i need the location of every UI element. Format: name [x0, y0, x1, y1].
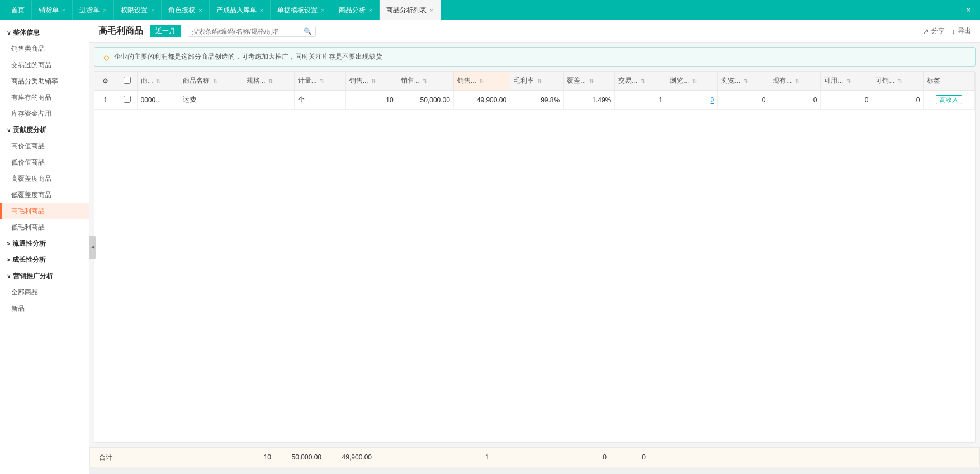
sidebar-item-new-goods[interactable]: 新品: [0, 301, 89, 317]
arrow-icon: ∨: [7, 30, 11, 36]
close-all-tabs-button[interactable]: ×: [962, 5, 976, 15]
nav-tab-permissions[interactable]: 权限设置 ×: [114, 0, 162, 20]
page-title: 高毛利商品: [98, 25, 143, 37]
data-table: ⚙ 商... ⇅ 商品名称 ⇅: [94, 72, 975, 110]
sidebar-item-all-goods[interactable]: 全部商品: [0, 284, 89, 301]
td-sales-qty: 10: [345, 91, 397, 110]
col-tag-label: 标签: [927, 77, 940, 85]
sidebar-item-low-margin[interactable]: 低毛利商品: [0, 219, 89, 236]
th-tag: 标签: [924, 72, 975, 91]
td-coverage: 1.49%: [564, 91, 615, 110]
search-icon[interactable]: 🔍: [304, 27, 312, 35]
close-tab-sales[interactable]: ×: [62, 7, 65, 13]
tag-badge: 高收入: [936, 95, 962, 104]
share-button[interactable]: ↗ 分享: [922, 26, 945, 36]
sidebar-item-low-value[interactable]: 低价值商品: [0, 154, 89, 171]
arrow-icon-4: >: [7, 257, 10, 263]
th-available: 可用... ⇅: [821, 72, 872, 91]
sidebar-item-in-stock-goods[interactable]: 有库存的商品: [0, 90, 89, 106]
sidebar-group-contribution[interactable]: ∨ 贡献度分析: [0, 122, 89, 138]
sort-icon-sales-amt[interactable]: ⇅: [423, 78, 427, 84]
sort-icon-instock[interactable]: ⇅: [795, 78, 799, 84]
td-sellable: 0: [872, 91, 924, 110]
col-browse1-label: 浏览...: [670, 77, 689, 85]
nav-tab-home[interactable]: 首页: [4, 0, 32, 20]
sidebar-item-high-value[interactable]: 高价值商品: [0, 138, 89, 154]
sidebar-item-traded-goods[interactable]: 交易过的商品: [0, 57, 89, 73]
nav-tab-purchase[interactable]: 进货单 ×: [73, 0, 113, 20]
search-box: 🔍: [188, 26, 316, 37]
sidebar-group-overall[interactable]: ∨ 整体信息: [0, 25, 89, 41]
td-tag: 高收入: [924, 91, 975, 110]
td-sales-profit: 49,900.00: [453, 91, 510, 110]
sidebar-item-stock-capital[interactable]: 库存资金占用: [0, 106, 89, 122]
close-tab-product-analysis[interactable]: ×: [369, 7, 372, 13]
sort-icon-name[interactable]: ⇅: [213, 78, 217, 84]
close-tab-permissions[interactable]: ×: [151, 7, 154, 13]
sort-icon-sales-qty[interactable]: ⇅: [371, 78, 376, 84]
sort-icon-spec[interactable]: ⇅: [268, 78, 273, 84]
sort-icon-browse1[interactable]: ⇅: [692, 78, 697, 84]
tip-bar: ◇ 企业的主要的利润都是这部分商品创造的，可考虑加大推广，同时关注库存是不要出现…: [94, 47, 976, 67]
sidebar-collapse-button[interactable]: ◀: [89, 236, 96, 259]
col-sales-profit-label: 销售...: [457, 77, 476, 85]
sidebar-item-sales-goods[interactable]: 销售类商品: [0, 41, 89, 57]
th-sales-amt: 销售... ⇅: [397, 72, 453, 91]
select-all-checkbox[interactable]: [124, 77, 131, 84]
footer-total-bar: 合计: 10 50,000.00 49,900.00 1 0 0: [89, 447, 980, 467]
table-container[interactable]: ⚙ 商... ⇅ 商品名称 ⇅: [94, 71, 976, 443]
nav-tab-roles[interactable]: 角色授权 ×: [162, 0, 209, 20]
col-instock-label: 现有...: [773, 77, 792, 85]
col-margin-rate-label: 毛利率: [514, 77, 534, 85]
nav-tab-product-analysis-list[interactable]: 商品分析列表 ×: [380, 0, 441, 20]
sort-icon-sellable[interactable]: ⇅: [898, 78, 902, 84]
sidebar-group-liquidity[interactable]: > 流通性分析: [0, 236, 89, 252]
nav-tab-product-inbound[interactable]: 产成品入库单 ×: [210, 0, 271, 20]
close-tab-product-inbound[interactable]: ×: [260, 7, 263, 13]
filter-recent-month-button[interactable]: 近一月: [150, 25, 181, 37]
sidebar: ∨ 整体信息 销售类商品 交易过的商品 商品分类助销率 有库存的商品 库存资金占…: [0, 20, 89, 474]
export-button[interactable]: ↓ 导出: [951, 26, 971, 36]
sidebar-group-marketing[interactable]: ∨ 营销推广分析: [0, 268, 89, 284]
table-header: ⚙ 商... ⇅ 商品名称 ⇅: [94, 72, 975, 91]
sort-icon-trade-count[interactable]: ⇅: [641, 78, 645, 84]
sidebar-wrapper: ∨ 整体信息 销售类商品 交易过的商品 商品分类助销率 有库存的商品 库存资金占…: [0, 20, 89, 474]
sort-icon-margin-rate[interactable]: ⇅: [537, 78, 542, 84]
sort-icon-available[interactable]: ⇅: [846, 78, 851, 84]
footer-instock: 0: [567, 453, 607, 461]
horizontal-scrollbar[interactable]: [89, 467, 980, 474]
th-settings[interactable]: ⚙: [94, 72, 117, 91]
nav-tab-template-settings[interactable]: 单据模板设置 ×: [271, 0, 332, 20]
sidebar-group-growth[interactable]: > 成长性分析: [0, 252, 89, 268]
sidebar-item-high-coverage[interactable]: 高覆盖度商品: [0, 171, 89, 187]
sidebar-item-high-margin[interactable]: 高毛利商品: [0, 203, 89, 219]
row-checkbox[interactable]: [124, 96, 131, 103]
sidebar-item-category-rate[interactable]: 商品分类助销率: [0, 73, 89, 90]
search-input[interactable]: [192, 27, 304, 35]
close-tab-purchase[interactable]: ×: [103, 7, 106, 13]
td-checkbox[interactable]: [117, 91, 137, 110]
close-tab-roles[interactable]: ×: [198, 7, 202, 13]
nav-tab-sales[interactable]: 销货单 ×: [32, 0, 73, 20]
th-checkbox[interactable]: [117, 72, 137, 91]
collapse-icon: ◀: [91, 245, 94, 250]
footer-available: 0: [607, 453, 646, 461]
arrow-icon-5: ∨: [7, 273, 11, 279]
sidebar-item-low-coverage[interactable]: 低覆盖度商品: [0, 187, 89, 203]
sort-icon-sales-profit[interactable]: ⇅: [479, 78, 484, 84]
td-browse2: 0: [718, 91, 769, 110]
sort-icon-unit[interactable]: ⇅: [320, 78, 324, 84]
sort-icon-code[interactable]: ⇅: [156, 78, 160, 84]
td-code: 0000...: [137, 91, 179, 110]
settings-icon: ⚙: [102, 77, 108, 85]
sort-icon-browse2[interactable]: ⇅: [744, 78, 748, 84]
col-spec-label: 规格...: [247, 77, 266, 85]
th-trade-count: 交易... ⇅: [615, 72, 666, 91]
close-tab-template-settings[interactable]: ×: [321, 7, 324, 13]
nav-tab-product-analysis[interactable]: 商品分析 ×: [332, 0, 380, 20]
td-sales-amt: 50,000.00: [397, 91, 453, 110]
sort-icon-coverage[interactable]: ⇅: [589, 78, 594, 84]
close-tab-product-analysis-list[interactable]: ×: [430, 7, 433, 13]
tip-icon: ◇: [103, 53, 110, 62]
col-code-label: 商...: [141, 77, 153, 85]
